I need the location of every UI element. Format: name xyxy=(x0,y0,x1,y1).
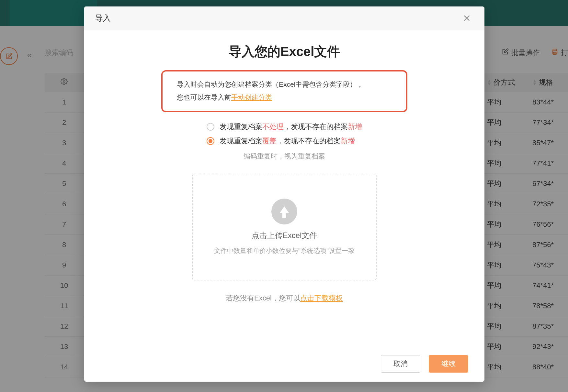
cancel-button[interactable]: 取消 xyxy=(381,355,420,373)
duplicate-handling-group: 发现重复档案不处理，发现不存在的档案新增 发现重复档案覆盖，发现不存在的档案新增 xyxy=(207,122,362,146)
modal-header: 导入 ✕ xyxy=(84,6,484,30)
upload-icon xyxy=(271,199,297,224)
template-line: 若您没有Excel，您可以点击下载模板 xyxy=(104,293,465,303)
radio-overwrite-duplicates[interactable]: 发现重复档案覆盖，发现不存在的档案新增 xyxy=(207,136,362,146)
radio-checked-icon xyxy=(207,137,214,145)
notice-box: 导入时会自动为您创建档案分类（Excel中需包含分类字段）， 您也可以在导入前手… xyxy=(161,70,407,112)
upload-title: 点击上传Excel文件 xyxy=(252,230,317,241)
modal-heading: 导入您的Excel文件 xyxy=(104,43,465,60)
manual-create-link[interactable]: 手动创建分类 xyxy=(231,93,272,101)
upload-subtitle: 文件中数量和单价小数位要与"系统选项"设置一致 xyxy=(214,246,355,255)
download-template-link[interactable]: 点击下载模板 xyxy=(300,294,343,302)
radio-unchecked-icon xyxy=(207,123,214,131)
radio-skip-duplicates[interactable]: 发现重复档案不处理，发现不存在的档案新增 xyxy=(207,122,362,132)
modal-footer: 取消 继续 xyxy=(84,346,484,382)
close-icon[interactable]: ✕ xyxy=(460,11,473,25)
continue-button[interactable]: 继续 xyxy=(429,355,468,373)
import-modal: 导入 ✕ 导入您的Excel文件 导入时会自动为您创建档案分类（Excel中需包… xyxy=(84,6,484,382)
notice-text: 导入时会自动为您创建档案分类（Excel中需包含分类字段）， 您也可以在导入前手… xyxy=(177,78,392,104)
duplicate-note: 编码重复时，视为重复档案 xyxy=(104,152,465,161)
modal-title: 导入 xyxy=(95,13,111,23)
upload-dropzone[interactable]: 点击上传Excel文件 文件中数量和单价小数位要与"系统选项"设置一致 xyxy=(192,174,377,280)
